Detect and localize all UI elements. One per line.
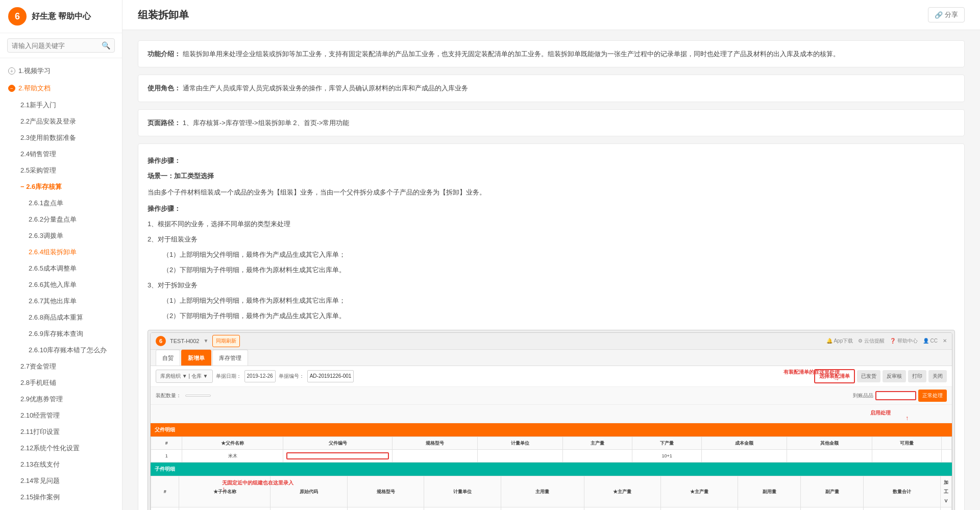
screenshot-area: 6 TEST-H002 ▼ 同期刷新 🔔 App下载 ⚙ 云信提醒 ❓ 帮助中心… [148,330,955,510]
expand-icon: + [8,67,15,75]
sidebar-item-27[interactable]: 2.7资金管理 [0,358,122,375]
role-text: 通常由生产人员或库管人员完成拆装业务的操作，库管人员确认原材料的出库和产成品的入… [183,84,468,92]
ss-partno-field[interactable] [286,452,389,459]
sidebar-item-215[interactable]: 2.15操作案例 [0,489,122,505]
share-icon: 🔗 [935,11,943,19]
sidebar-item-22[interactable]: 2.2产品安装及登录 [0,113,122,130]
sidebar-item-25[interactable]: 2.5采购管理 [0,162,122,179]
ss-logo: 6 [156,336,166,346]
sidebar-item-24[interactable]: 2.4销售管理 [0,146,122,162]
ss-parent-header: 父件明细 [151,423,952,436]
sidebar-item-266[interactable]: 2.6.6其他入库单 [0,277,122,293]
step2-2: （2）下部明细为子件明细，最终作为原材料生成其它出库单。 [148,263,955,277]
page-title: 组装拆卸单 [138,8,189,22]
annotation1: 有装配清单的在这里处理 [783,367,840,377]
scene1-desc: 当由多个子件材料组装成一个成品的业务为【组装】业务，当由一个父件拆分成多个子产品… [148,186,955,199]
steps-block: 操作步骤： 场景一：加工类型选择 当由多个子件材料组装成一个成品的业务为【组装】… [138,143,965,510]
ss-tab-inv[interactable]: 库存管理 [212,350,248,366]
scene1-title: 场景一：加工类型选择 [148,172,214,180]
sidebar-item-video[interactable]: + 1.视频学习 [0,62,122,80]
sidebar-item-211[interactable]: 2.11打印设置 [0,424,122,440]
ss-type-select[interactable]: 库房组织 ▼ | 仓库 ▼ [156,370,213,383]
screenshot-inner: 6 TEST-H002 ▼ 同期刷新 🔔 App下载 ⚙ 云信提醒 ❓ 帮助中心… [148,330,954,510]
sidebar-item-213[interactable]: 2.13在线支付 [0,456,122,473]
step3-1: （1）上部明细为父件明细，最终作为原材料生成其它出库单； [148,294,955,307]
ss-doc-no[interactable]: AD-20191226-001 [307,370,354,382]
sidebar-item-212[interactable]: 2.12系统个性化设置 [0,440,122,456]
ss-btn-print[interactable]: 打印 [908,370,926,382]
step1: 1、根据不同的业务，选择不同单据的类型来处理 [148,217,955,231]
content-area: 功能介绍： 组装拆卸单用来处理企业组装或拆卸等加工业务，支持有固定装配清单的产品… [122,30,980,510]
sidebar-item-269[interactable]: 2.6.9库存账本查询 [0,326,122,342]
role-block: 使用角色： 通常由生产人员或库管人员完成拆装业务的操作，库管人员确认原材料的出库… [138,75,965,102]
ss-btn-fh[interactable]: 已发货 [857,370,880,382]
ss-topbar-id: TEST-H002 [170,335,199,347]
search-input[interactable] [12,42,102,50]
path-text: 1、库存核算->库存管理->组装拆卸单 2、首页->常用功能 [183,119,350,127]
path-block: 页面路径： 1、库存核算->库存管理->组装拆卸单 2、首页->常用功能 [138,109,965,136]
search-icon[interactable]: 🔍 [102,41,110,50]
app-logo-text: 好生意 帮助中心 [32,11,91,22]
sidebar-item-263[interactable]: 2.6.3调拨单 [0,228,122,244]
table-row: 1 概1 （合 +2） 30.00 100 0.00 [151,507,952,510]
step2: 2、对于组装业务 [148,233,955,246]
table-row: 1 米木 10+1 [151,450,952,463]
ss-normal-btn[interactable]: 正常处理 [918,390,947,402]
sidebar-item-docs[interactable]: − 2.帮助文档 [0,80,122,97]
role-label: 使用角色： [148,84,181,92]
annotation2: 启用处理 [870,408,891,418]
page-header: 组装拆卸单 🔗 分享 [122,0,980,30]
ops-steps-title: 操作步骤： [148,205,181,212]
ops-title: 操作步骤： [148,157,181,164]
sidebar-item-label: 1.视频学习 [18,66,51,76]
annotation3-arrow: ↑ [222,483,225,495]
ss-btn-close[interactable]: 关闭 [928,370,947,382]
main-content: 组装拆卸单 🔗 分享 功能介绍： 组装拆卸单用来处理企业组装或拆卸等加工业务，支… [122,0,980,510]
app-logo-icon: 6 [8,7,27,26]
step3: 3、对于拆卸业务 [148,279,955,292]
sidebar-item-265[interactable]: 2.6.5成本调整单 [0,260,122,277]
annotation2-arrow: ↑ [905,412,909,424]
ss-account-field[interactable] [875,391,916,400]
sidebar-item-label: 2.帮助文档 [18,84,51,93]
sidebar-item-21[interactable]: 2.1新手入门 [0,97,122,113]
step3-2: （2）下部明细为子件明细，最终作为产成品生成其它入库单。 [148,309,955,323]
sidebar-item-214[interactable]: 2.14常见问题 [0,473,122,489]
ss-refresh-btn[interactable]: 同期刷新 [212,335,240,347]
sidebar: 6 好生意 帮助中心 🔍 + 1.视频学习 − 2.帮助文档 2.1新手入门 2… [0,0,122,510]
search-box[interactable]: 🔍 [7,38,115,53]
ss-tab-zizhi[interactable]: 自贸 [156,350,180,366]
ss-btn-fshen[interactable]: 反审核 [883,370,906,382]
share-button[interactable]: 🔗 分享 [928,7,965,22]
logo-area: 6 好生意 帮助中心 [0,0,122,33]
ss-qty-field[interactable] [185,395,211,397]
annotation1-arrow: → [834,373,840,385]
search-area: 🔍 [0,33,122,58]
ss-date[interactable]: 2019-12-26 [244,370,276,382]
intro-label: 功能介绍： [148,50,181,58]
ss-child-header: 子件明细 无固定近中的组建也在这里录入 ↑ [151,463,952,476]
step2-1: （1）上部明细为父件明细，最终作为产成品生成其它入库单； [148,248,955,261]
sidebar-item-2610[interactable]: 2.6.10库存账本错了怎么办 [0,342,122,358]
sidebar-item-261[interactable]: 2.6.1盘点单 [0,195,122,211]
sidebar-item-210[interactable]: 2.10经营管理 [0,407,122,424]
sidebar-item-26[interactable]: − 2.6库存核算 [0,179,122,195]
sidebar-nav: + 1.视频学习 − 2.帮助文档 2.1新手入门 2.2产品安装及登录 2.3… [0,58,122,510]
sidebar-item-23[interactable]: 2.3使用前数据准备 [0,130,122,146]
sidebar-item-262[interactable]: 2.6.2分量盘点单 [0,211,122,228]
ss-parent-table: # ★父件名称 父件编号 规格型号 计量单位 主产量 下产量 成本金额 其他金额 [151,436,952,463]
sidebar-item-264[interactable]: 2.6.4组装拆卸单 [0,244,122,260]
sidebar-item-267[interactable]: 2.6.7其他出库单 [0,293,122,309]
intro-block: 功能介绍： 组装拆卸单用来处理企业组装或拆卸等加工业务，支持有固定装配清单的产品… [138,40,965,67]
path-label: 页面路径： [148,119,181,127]
annotation3: 无固定近中的组建也在这里录入 [222,478,293,488]
sidebar-item-29[interactable]: 2.9优惠券管理 [0,391,122,407]
sidebar-item-268[interactable]: 2.6.8商品成本重算 [0,309,122,326]
intro-text: 组装拆卸单用来处理企业组装或拆卸等加工业务，支持有固定装配清单的产品加工业务，也… [183,50,840,58]
sidebar-item-28[interactable]: 2.8手机旺铺 [0,375,122,391]
ss-tab-new[interactable]: 新增单 [181,350,211,366]
collapse-icon: − [8,85,15,92]
